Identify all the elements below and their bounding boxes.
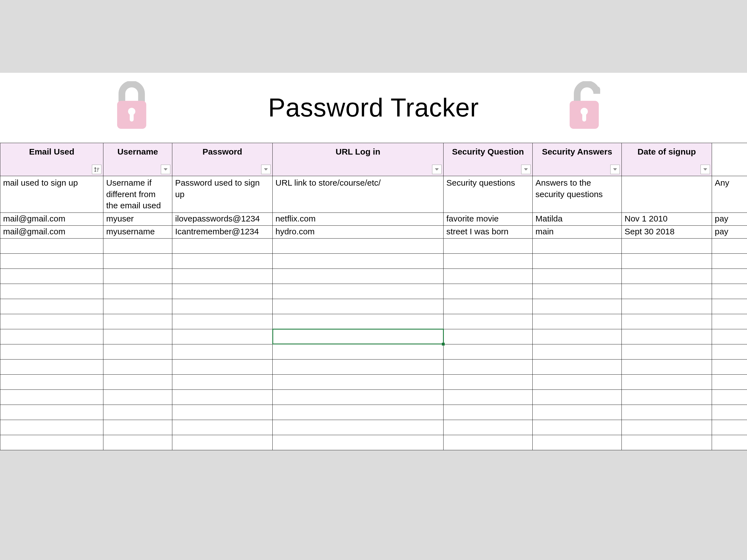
cell-date[interactable]	[622, 405, 712, 420]
cell-seca[interactable]	[533, 344, 622, 359]
cell-extra[interactable]	[712, 329, 747, 344]
cell-password[interactable]	[172, 435, 273, 450]
cell-url[interactable]	[273, 344, 443, 359]
col-header-security-question[interactable]: Security Question	[443, 143, 533, 176]
cell-url[interactable]: hydro.com	[273, 225, 443, 238]
cell-date[interactable]	[622, 284, 712, 299]
cell-date[interactable]: Nov 1 2010	[622, 213, 712, 225]
cell-username[interactable]	[103, 405, 172, 420]
cell-seca[interactable]	[533, 359, 622, 374]
cell-password[interactable]	[172, 374, 273, 390]
cell-email[interactable]: mail@gmail.com	[0, 225, 103, 238]
cell-secq[interactable]: favorite movie	[443, 213, 533, 225]
cell-username[interactable]	[103, 359, 172, 374]
cell-secq[interactable]: street I was born	[443, 225, 533, 238]
cell-seca[interactable]	[533, 435, 622, 450]
cell-secq[interactable]	[443, 254, 533, 268]
cell-date[interactable]	[622, 238, 712, 254]
cell-date[interactable]: Sept 30 2018	[622, 225, 712, 238]
cell-extra[interactable]	[712, 420, 747, 435]
filter-button[interactable]	[161, 165, 170, 174]
cell-seca[interactable]: Answers to the security questions	[533, 176, 622, 213]
cell-extra[interactable]	[712, 359, 747, 374]
cell-extra[interactable]	[712, 344, 747, 359]
password-table[interactable]: Email Used Username Password	[0, 143, 747, 450]
cell-secq[interactable]	[443, 329, 533, 344]
cell-extra[interactable]: Any	[712, 176, 747, 213]
cell-password[interactable]	[172, 420, 273, 435]
cell-password[interactable]	[172, 344, 273, 359]
cell-url[interactable]	[273, 314, 443, 329]
cell-email[interactable]	[0, 314, 103, 329]
cell-username[interactable]	[103, 284, 172, 299]
cell-email[interactable]	[0, 374, 103, 390]
cell-secq[interactable]	[443, 374, 533, 390]
cell-username[interactable]	[103, 390, 172, 405]
cell-seca[interactable]	[533, 390, 622, 405]
cell-seca[interactable]	[533, 420, 622, 435]
cell-username[interactable]: myusername	[103, 225, 172, 238]
cell-password[interactable]	[172, 405, 273, 420]
cell-password[interactable]	[172, 299, 273, 314]
cell-secq[interactable]	[443, 359, 533, 374]
cell-username[interactable]	[103, 254, 172, 268]
cell-email[interactable]	[0, 435, 103, 450]
cell-secq[interactable]	[443, 299, 533, 314]
cell-seca[interactable]	[533, 284, 622, 299]
cell-password[interactable]: ilovepasswords@1234	[172, 213, 273, 225]
cell-secq[interactable]	[443, 420, 533, 435]
cell-seca[interactable]	[533, 374, 622, 390]
col-header-url[interactable]: URL Log in	[273, 143, 443, 176]
cell-secq[interactable]	[443, 405, 533, 420]
cell-email[interactable]	[0, 359, 103, 374]
cell-url[interactable]	[273, 238, 443, 254]
cell-email[interactable]	[0, 390, 103, 405]
cell-secq[interactable]	[443, 284, 533, 299]
cell-username[interactable]	[103, 299, 172, 314]
cell-username[interactable]	[103, 238, 172, 254]
cell-extra[interactable]	[712, 314, 747, 329]
cell-url[interactable]	[273, 420, 443, 435]
cell-url[interactable]	[273, 268, 443, 284]
cell-username[interactable]	[103, 314, 172, 329]
cell-extra[interactable]	[712, 254, 747, 268]
cell-seca[interactable]	[533, 299, 622, 314]
cell-password[interactable]	[172, 329, 273, 344]
cell-seca[interactable]	[533, 405, 622, 420]
cell-username[interactable]	[103, 420, 172, 435]
cell-extra[interactable]: pay	[712, 225, 747, 238]
col-header-username[interactable]: Username	[103, 143, 172, 176]
filter-button[interactable]	[432, 165, 442, 174]
cell-extra[interactable]	[712, 435, 747, 450]
filter-button[interactable]	[521, 165, 531, 174]
cell-secq[interactable]	[443, 314, 533, 329]
cell-seca[interactable]	[533, 329, 622, 344]
cell-seca[interactable]	[533, 314, 622, 329]
cell-email[interactable]	[0, 344, 103, 359]
cell-email[interactable]	[0, 284, 103, 299]
cell-date[interactable]	[622, 435, 712, 450]
filter-button[interactable]	[261, 165, 271, 174]
cell-date[interactable]	[622, 268, 712, 284]
cell-date[interactable]	[622, 374, 712, 390]
cell-date[interactable]	[622, 359, 712, 374]
cell-email[interactable]	[0, 329, 103, 344]
cell-secq[interactable]	[443, 390, 533, 405]
col-header-security-answers[interactable]: Security Answers	[533, 143, 622, 176]
cell-username[interactable]	[103, 268, 172, 284]
cell-secq[interactable]	[443, 435, 533, 450]
filter-button[interactable]	[700, 165, 710, 174]
cell-password[interactable]	[172, 238, 273, 254]
cell-email[interactable]	[0, 268, 103, 284]
cell-email[interactable]	[0, 254, 103, 268]
cell-password[interactable]	[172, 314, 273, 329]
cell-url[interactable]	[273, 374, 443, 390]
cell-password[interactable]	[172, 359, 273, 374]
cell-username[interactable]	[103, 329, 172, 344]
cell-date[interactable]	[622, 329, 712, 344]
cell-email[interactable]	[0, 420, 103, 435]
cell-email[interactable]: mail used to sign up	[0, 176, 103, 213]
cell-date[interactable]	[622, 420, 712, 435]
cell-date[interactable]	[622, 390, 712, 405]
cell-username[interactable]: myuser	[103, 213, 172, 225]
